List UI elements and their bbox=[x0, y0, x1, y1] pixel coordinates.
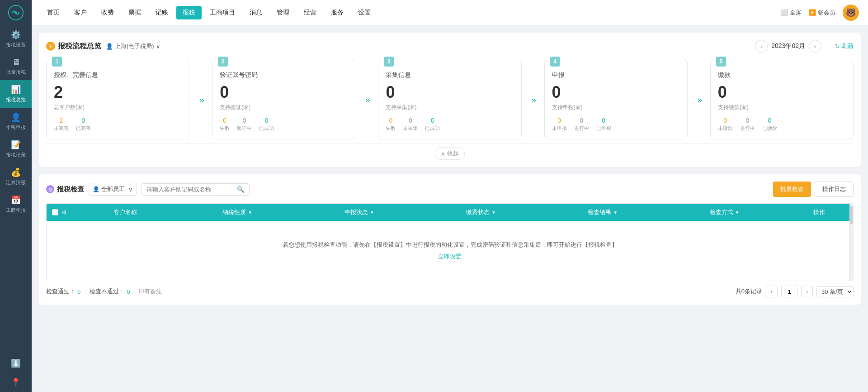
sidebar-item-download[interactable]: ⬇️ bbox=[11, 354, 21, 373]
pagination: 共0条记录 ‹ › 30 条/页 bbox=[736, 286, 854, 297]
nav-settings[interactable]: 设置 bbox=[352, 6, 377, 19]
dropdown-arrow-icon: ∨ bbox=[128, 186, 133, 193]
overview-panel: ＋ 报税流程总览 👤 上海(电子税局) ∨ ‹ 2023年02月 › ↻ 刷新 bbox=[39, 33, 861, 167]
header-checkbox[interactable] bbox=[52, 209, 58, 215]
refresh-icon: ↻ bbox=[835, 43, 840, 50]
overview-title: ＋ 报税流程总览 bbox=[46, 42, 101, 51]
th-operation: 操作 bbox=[785, 204, 853, 221]
step-3-stat-0: 0 失败 bbox=[386, 117, 396, 132]
step-4-label: 支持申报(家) bbox=[552, 104, 680, 111]
nav-customer[interactable]: 客户 bbox=[68, 6, 93, 19]
header-right-buttons: 批量检查 操作日志 bbox=[773, 182, 854, 197]
nav-message[interactable]: 消息 bbox=[243, 6, 269, 19]
table-wrap: ⚙ 客户名称 纳税性质 ▼ bbox=[46, 203, 854, 281]
th-filing-status[interactable]: 申报状态 ▼ bbox=[298, 204, 420, 221]
tax-records-icon: 📝 bbox=[11, 140, 21, 150]
setup-link[interactable]: 立即设置 bbox=[438, 253, 462, 260]
check-title: ◎ 报税检查 bbox=[46, 185, 84, 194]
arrow-4-5: » bbox=[688, 60, 710, 139]
step-5-label: 支持缴款(家) bbox=[718, 104, 846, 111]
step-1-title: 授权、完善信息 bbox=[54, 71, 182, 79]
footer-note: ☑有备注 bbox=[139, 287, 162, 296]
arrow-2-3: » bbox=[355, 60, 378, 139]
nav-operation[interactable]: 经营 bbox=[297, 6, 323, 19]
search-button[interactable]: 🔍 bbox=[232, 184, 249, 195]
topbar-right: ⬜ 全屏 ▶️ 畅会员 🐻 bbox=[781, 5, 859, 21]
check-panel: ◎ 报税检查 👤 全部员工 ∨ 🔍 批量检查 操作日志 bbox=[39, 174, 861, 305]
total-records: 共0条记录 bbox=[736, 287, 762, 296]
batch-tax-icon: 🖥 bbox=[12, 57, 20, 67]
check-circle-icon: ◎ bbox=[46, 185, 54, 193]
location-tag[interactable]: 👤 上海(电子税局) ∨ bbox=[106, 42, 160, 50]
user-avatar[interactable]: 🐻 bbox=[843, 5, 859, 21]
download-icon: ⬇️ bbox=[11, 359, 21, 368]
th-tax-nature[interactable]: 纳税性质 ▼ bbox=[177, 204, 298, 221]
person-icon: 👤 bbox=[106, 43, 113, 50]
empty-tip: 若您想使用报税检查功能，请先在【报税设置】中进行报税的初化设置，完成密码验证和信… bbox=[47, 221, 853, 281]
nav-business[interactable]: 工商项目 bbox=[203, 6, 241, 19]
member-button[interactable]: ▶️ 畅会员 bbox=[809, 9, 835, 17]
nav-accounting[interactable]: 记账 bbox=[149, 6, 175, 19]
nav-service[interactable]: 服务 bbox=[325, 6, 350, 19]
step-3-stat-2: 0 已成功 bbox=[425, 117, 440, 132]
prev-month-button[interactable]: ‹ bbox=[755, 40, 768, 53]
content-area: ＋ 报税流程总览 👤 上海(电子税局) ∨ ‹ 2023年02月 › ↻ 刷新 bbox=[32, 25, 868, 392]
step-4-stat-0: 0 未申报 bbox=[552, 117, 567, 132]
steps-container: 1 授权、完善信息 2 总客户数(家) 2 未完善 0 已完善 bbox=[46, 60, 854, 139]
step-2-stat-0: 0 失败 bbox=[220, 117, 230, 132]
sidebar-item-location[interactable]: 📍 bbox=[11, 373, 21, 392]
sidebar-item-annual-settlement[interactable]: 💰 汇算清缴 bbox=[0, 163, 32, 191]
nav-fee[interactable]: 收费 bbox=[95, 6, 120, 19]
next-month-button[interactable]: › bbox=[809, 40, 821, 53]
step-5-title: 缴款 bbox=[718, 71, 846, 79]
step-2-stat-1: 0 验证中 bbox=[237, 117, 252, 132]
collapse-bar: ∧ 收起 bbox=[46, 143, 854, 160]
double-arrow-icon-2: » bbox=[365, 95, 368, 105]
employee-filter[interactable]: 👤 全部员工 ∨ bbox=[89, 183, 137, 196]
table-settings-icon[interactable]: ⚙ bbox=[60, 208, 68, 216]
sidebar-item-tax-settings[interactable]: ⚙️ 报税设置 bbox=[0, 25, 32, 53]
sidebar-item-personal-tax[interactable]: 👤 个税申报 bbox=[0, 108, 32, 135]
pass-count[interactable]: 0 bbox=[77, 288, 80, 295]
operation-log-button[interactable]: 操作日志 bbox=[815, 182, 854, 197]
fail-stat: 检查不通过： 0 bbox=[90, 287, 130, 296]
step-4-num: 4 bbox=[550, 57, 560, 67]
sidebar-item-batch-tax[interactable]: 🖥 批量报税 bbox=[0, 53, 32, 80]
arrow-1-2: » bbox=[189, 60, 212, 139]
nav-management[interactable]: 管理 bbox=[270, 6, 296, 19]
nav-home[interactable]: 首页 bbox=[41, 6, 66, 19]
prev-page-button[interactable]: ‹ bbox=[766, 286, 778, 297]
step-2-num: 2 bbox=[218, 57, 228, 67]
nav-invoice[interactable]: 票据 bbox=[122, 6, 147, 19]
th-check-method[interactable]: 检查方式 ▼ bbox=[664, 204, 785, 221]
th-payment-status[interactable]: 缴费状态 ▼ bbox=[420, 204, 542, 221]
step-5-count: 0 bbox=[718, 83, 846, 102]
step-5-stats: 0 未缴款 0 进行中 0 已缴款 bbox=[718, 117, 846, 132]
next-page-button[interactable]: › bbox=[801, 286, 813, 297]
page-input[interactable] bbox=[781, 286, 797, 297]
double-arrow-icon-3: » bbox=[531, 95, 534, 105]
sidebar-item-tax-records[interactable]: 📝 报税记录 bbox=[0, 135, 32, 163]
collapse-button[interactable]: ∧ 收起 bbox=[435, 147, 465, 160]
th-check-result[interactable]: 检查结果 ▼ bbox=[542, 204, 664, 221]
arrow-3-4: » bbox=[522, 60, 544, 139]
double-arrow-icon: » bbox=[199, 95, 203, 105]
step-1-stats: 2 未完善 0 已完善 bbox=[54, 117, 182, 132]
search-input[interactable] bbox=[142, 184, 232, 195]
step-3-card: 3 采集信息 0 支持采集(家) 0 失败 0 未采集 bbox=[378, 60, 521, 139]
nav-tax[interactable]: 报税 bbox=[176, 6, 202, 19]
refresh-button[interactable]: ↻ 刷新 bbox=[835, 42, 854, 50]
annual-settlement-icon: 💰 bbox=[11, 167, 21, 177]
sidebar-item-tax-overview[interactable]: 📊 报税总览 bbox=[0, 80, 32, 108]
batch-check-button[interactable]: 批量检查 bbox=[773, 182, 811, 197]
fullscreen-button[interactable]: ⬜ 全屏 bbox=[781, 9, 802, 17]
step-1-card: 1 授权、完善信息 2 总客户数(家) 2 未完善 0 已完善 bbox=[46, 60, 189, 139]
step-4-stats: 0 未申报 0 进行中 0 已申报 bbox=[552, 117, 680, 132]
per-page-select[interactable]: 30 条/页 bbox=[816, 286, 854, 297]
table-footer: 检查通过： 0 检查不通过： 0 ☑有备注 共0条记录 ‹ › 30 条/页 bbox=[46, 281, 854, 297]
fail-count[interactable]: 0 bbox=[127, 288, 130, 295]
sidebar-item-annual-report[interactable]: 📅 工商年报 bbox=[0, 191, 32, 218]
scrollbar[interactable] bbox=[849, 204, 853, 281]
step-4-card: 4 申报 0 支持申报(家) 0 未申报 0 进行中 bbox=[544, 60, 688, 139]
footer-stats: 检查通过： 0 检查不通过： 0 bbox=[46, 287, 130, 296]
